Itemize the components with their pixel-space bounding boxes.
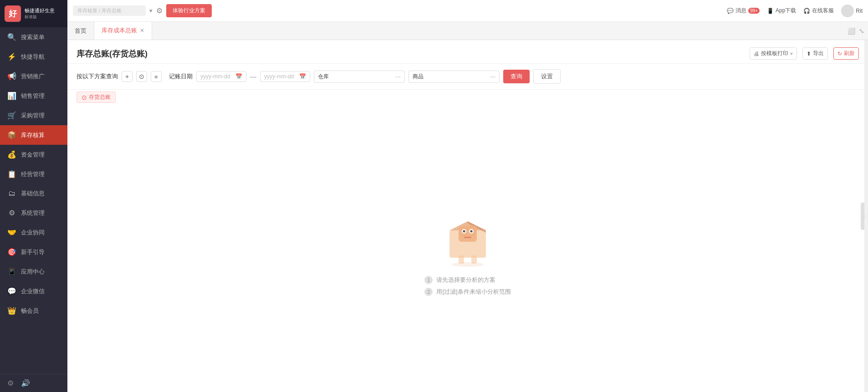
tab-home-label: 首页 bbox=[75, 27, 87, 35]
sidebar-bottom: ⚙ 🔊 bbox=[0, 374, 67, 392]
app-download-label: App下载 bbox=[776, 7, 796, 15]
export-button[interactable]: ⬆ 导出 bbox=[802, 47, 828, 60]
sidebar-item-finance[interactable]: 💰 资金管理 bbox=[0, 145, 67, 164]
sidebar-item-vip[interactable]: 👑 畅会员 bbox=[0, 301, 67, 321]
search-icon: 🔍 bbox=[7, 33, 16, 41]
online-support-label: 在线客服 bbox=[812, 7, 834, 15]
filter-row: 记账日期 yyyy-mm-dd 📅 — yyyy-mm-dd 📅 仓库 ··· … bbox=[169, 69, 561, 84]
tab-inventory-ledger[interactable]: 库存成本总账 ✕ bbox=[94, 22, 152, 40]
filter-collapse-button[interactable]: « bbox=[151, 71, 162, 82]
sidebar-audio-icon[interactable]: 🔊 bbox=[21, 379, 30, 387]
sidebar-item-newguide[interactable]: 🎯 新手引导 bbox=[0, 242, 67, 262]
vip-icon: 👑 bbox=[7, 306, 16, 315]
resize-icon[interactable]: ⤡ bbox=[859, 27, 864, 35]
schema-tag[interactable]: ⊙ 存货总账 bbox=[77, 92, 116, 103]
base-icon: 🗂 bbox=[7, 189, 16, 198]
goods-label: 商品 bbox=[413, 73, 424, 81]
sidebar-item-label: 基础信息 bbox=[21, 189, 45, 198]
user-menu[interactable]: Rit bbox=[841, 5, 863, 17]
query-button[interactable]: 查询 bbox=[503, 70, 530, 83]
app-download-icon: 📱 bbox=[767, 8, 774, 14]
date-end-placeholder: yyyy-mm-dd bbox=[264, 73, 294, 80]
date-start-placeholder: yyyy-mm-dd bbox=[200, 73, 230, 80]
svg-point-8 bbox=[470, 230, 473, 232]
tip-number-1: 1 bbox=[424, 276, 433, 284]
dropdown-arrow-icon[interactable]: ▾ bbox=[149, 7, 153, 14]
app-logo-icon: 好 bbox=[5, 5, 21, 22]
message-badge: 99+ bbox=[748, 8, 760, 14]
filter-add-button[interactable]: + bbox=[122, 71, 133, 82]
sidebar-nav: 🔍 搜索菜单 ⚡ 快捷导航 📢 营销推广 📊 销售管理 🛒 采购管理 📦 库存核… bbox=[0, 27, 67, 374]
maximize-icon[interactable]: ⬜ bbox=[848, 27, 855, 35]
page-header: 库存总账(存货总账) 🖨 按模板打印 ▾ ⬆ 导出 ↻ 刷新 bbox=[67, 40, 868, 64]
svg-point-12 bbox=[452, 262, 484, 267]
settings-icon[interactable]: ⚙ bbox=[156, 6, 163, 15]
user-avatar bbox=[841, 5, 854, 17]
sidebar-item-system[interactable]: ⚙ 系统管理 bbox=[0, 203, 67, 223]
sidebar-item-label: 搜索菜单 bbox=[21, 33, 45, 41]
svg-rect-4 bbox=[459, 226, 477, 242]
tab-close-icon[interactable]: ✕ bbox=[140, 27, 144, 34]
enterprise-icon: 🤝 bbox=[7, 228, 16, 237]
sidebar-item-label: 新手引导 bbox=[21, 248, 45, 256]
tab-inventory-ledger-label: 库存成本总账 bbox=[102, 26, 137, 35]
message-icon: 💬 bbox=[727, 8, 734, 14]
warehouse-label: 仓库 bbox=[318, 73, 329, 81]
sidebar-item-operations[interactable]: 📋 经营管理 bbox=[0, 164, 67, 184]
sidebar-item-purchase[interactable]: 🛒 采购管理 bbox=[0, 106, 67, 125]
sidebar-item-sales[interactable]: 📊 销售管理 bbox=[0, 86, 67, 106]
sidebar-item-label: 资金管理 bbox=[21, 151, 45, 159]
warehouse-select[interactable]: 仓库 ··· bbox=[314, 71, 405, 83]
export-label: 导出 bbox=[813, 50, 824, 57]
sidebar-item-base[interactable]: 🗂 基础信息 bbox=[0, 184, 67, 203]
app-name: 畅捷通好生意 bbox=[25, 7, 55, 14]
empty-tip-2: 2 用[过滤]条件来缩小分析范围 bbox=[424, 288, 511, 296]
date-end-input[interactable]: yyyy-mm-dd 📅 bbox=[260, 71, 310, 82]
tip-text-1: 请先选择要分析的方案 bbox=[436, 276, 495, 284]
tab-bar-right: ⬜ ⤡ bbox=[152, 27, 868, 35]
date-start-input[interactable]: yyyy-mm-dd 📅 bbox=[196, 71, 246, 82]
refresh-icon: ↻ bbox=[837, 51, 842, 57]
breadcrumb-search: 库存核算 / 库存总账 bbox=[73, 5, 146, 16]
sidebar-item-search[interactable]: 🔍 搜索菜单 bbox=[0, 27, 67, 47]
schema-tag-icon: ⊙ bbox=[82, 94, 87, 101]
filter-label: 按以下方案查询 bbox=[77, 72, 118, 81]
user-name: Rit bbox=[856, 8, 863, 14]
sidebar-item-appcenter[interactable]: 📱 应用中心 bbox=[0, 262, 67, 281]
export-icon: ⬆ bbox=[807, 51, 811, 57]
empty-svg bbox=[436, 203, 500, 267]
sidebar-item-enterprise[interactable]: 🤝 企业协同 bbox=[0, 223, 67, 242]
sidebar-item-wechat[interactable]: 💬 企业微信 bbox=[0, 281, 67, 301]
system-icon: ⚙ bbox=[7, 209, 16, 217]
content-scroll-bar[interactable] bbox=[864, 40, 868, 392]
page-title: 库存总账(存货总账) bbox=[77, 48, 148, 59]
filter-schema-button[interactable]: ⊙ bbox=[136, 71, 147, 82]
sidebar-item-label: 畅会员 bbox=[21, 307, 39, 315]
message-button[interactable]: 💬 消息 99+ bbox=[727, 7, 760, 15]
main-area: 库存核算 / 库存总账 ▾ ⚙ 体验行业方案 💬 消息 99+ 📱 App下载 … bbox=[67, 0, 868, 392]
online-support-button[interactable]: 🎧 在线客服 bbox=[803, 7, 834, 15]
shortcut-icon: ⚡ bbox=[7, 52, 16, 61]
schema-filter-area: ⊙ 存货总账 bbox=[67, 90, 868, 107]
sidebar-item-label: 采购管理 bbox=[21, 112, 45, 120]
sidebar-item-marketing[interactable]: 📢 营销推广 bbox=[0, 66, 67, 86]
goods-select[interactable]: 商品 ··· bbox=[408, 71, 500, 83]
wechat-icon: 💬 bbox=[7, 287, 16, 295]
sidebar-item-label: 企业协同 bbox=[21, 229, 45, 237]
sidebar-settings-icon[interactable]: ⚙ bbox=[7, 379, 14, 387]
tab-home[interactable]: 首页 bbox=[67, 22, 94, 40]
sidebar: 好 畅捷通好生意 标准版 🔍 搜索菜单 ⚡ 快捷导航 📢 营销推广 📊 销售管理… bbox=[0, 0, 67, 392]
print-template-button[interactable]: 🖨 按模板打印 ▾ bbox=[750, 47, 797, 60]
sidebar-item-inventory[interactable]: 📦 库存核算 bbox=[0, 125, 67, 145]
sidebar-item-shortcut[interactable]: ⚡ 快捷导航 bbox=[0, 47, 67, 66]
empty-state: 1 请先选择要分析的方案 2 用[过滤]条件来缩小分析范围 bbox=[67, 107, 868, 392]
refresh-label: 刷新 bbox=[844, 50, 855, 57]
settings-button[interactable]: 设置 bbox=[533, 69, 561, 84]
industry-solution-button[interactable]: 体验行业方案 bbox=[166, 4, 212, 17]
inventory-icon: 📦 bbox=[7, 131, 16, 139]
app-download-button[interactable]: 📱 App下载 bbox=[767, 7, 796, 15]
refresh-button[interactable]: ↻ 刷新 bbox=[833, 47, 859, 60]
date-separator: — bbox=[250, 73, 256, 80]
top-bar: 库存核算 / 库存总账 ▾ ⚙ 体验行业方案 💬 消息 99+ 📱 App下载 … bbox=[67, 0, 868, 22]
appcenter-icon: 📱 bbox=[7, 267, 16, 276]
